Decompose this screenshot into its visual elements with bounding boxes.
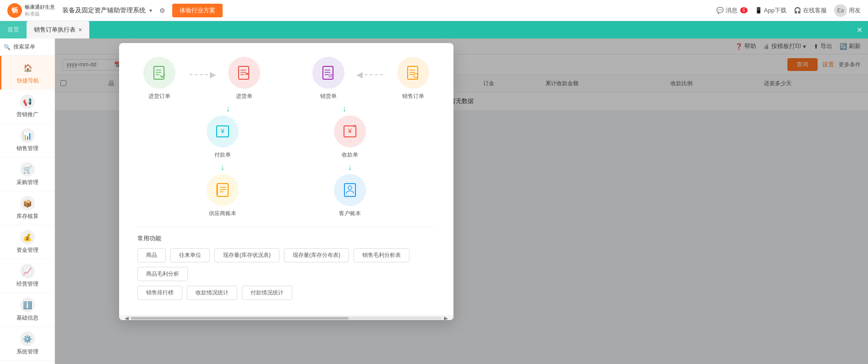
scrollbar-track[interactable] — [131, 317, 442, 320]
finance-icon: 💰 — [20, 230, 35, 244]
flow-supplier-ledger[interactable]: 供应商账本 — [207, 174, 239, 217]
svg-rect-17 — [414, 74, 418, 77]
tab-home[interactable]: 首页 — [0, 21, 27, 38]
flow-sales-receipt[interactable]: 销货单 — [312, 57, 344, 100]
sidebar-item-quick-nav[interactable]: 🏠 快捷导航 — [0, 56, 55, 90]
logo-area: 畅 畅康通好生意 标准版 — [7, 3, 62, 18]
system-icon: ⚙️ — [20, 331, 35, 346]
func-btn-receipt-stats[interactable]: 收款情况统计 — [187, 286, 237, 300]
svg-rect-23 — [217, 184, 228, 196]
flow-receipt-doc[interactable]: ¥ 收款单 — [334, 115, 366, 159]
func-btn-product-gross[interactable]: 商品毛利分析 — [137, 267, 188, 281]
phone-icon: 📱 — [755, 7, 762, 14]
sidebar-item-purchase[interactable]: 🛒 采购管理 — [0, 158, 55, 191]
logo-icon: 畅 — [7, 3, 22, 18]
experience-btn[interactable]: 体验行业方案 — [172, 4, 223, 17]
user-action[interactable]: Ea 用友 — [834, 4, 861, 17]
tab-sales-order-execution[interactable]: 销售订单执行表 × — [27, 21, 89, 38]
flow-purchase-receipt[interactable]: 进货单 — [228, 57, 260, 100]
message-action[interactable]: 💬 消息 6 — [716, 6, 748, 15]
common-functions: 常用功能 商品 往来单位 现存量(库存状况表) 现存量(库存分布表) 销售毛利分… — [137, 227, 435, 300]
func-btn-sales-gross[interactable]: 销售毛利分析表 — [354, 248, 409, 262]
purchase-order-circle — [143, 57, 175, 89]
sidebar-item-finance[interactable]: 💰 资金管理 — [0, 225, 55, 259]
purchase-receipt-icon — [236, 65, 252, 81]
func-btn-sales-rank[interactable]: 销售排行榜 — [137, 286, 182, 300]
sidebar-item-cooperation[interactable]: 🤝 企业协同 — [0, 361, 55, 364]
customer-ledger-circle — [334, 174, 366, 206]
svg-rect-24 — [216, 185, 218, 195]
sales-receipt-circle — [312, 57, 344, 89]
system-title: 装备及固定资产辅助管理系统 ▾ ⚙ 体验行业方案 — [62, 4, 716, 17]
arrow-sales-order-to-receipt — [365, 74, 383, 75]
sidebar-item-system[interactable]: ⚙️ 系统管理 — [0, 327, 55, 361]
flow-arrows-down: ↓ ↓ — [137, 104, 435, 114]
flow-payment-doc[interactable]: ¥ 付款单 — [207, 115, 239, 159]
modal-inner: 进货订单 ▶ — [119, 43, 453, 315]
top-header: 畅 畅康通好生意 标准版 装备及固定资产辅助管理系统 ▾ ⚙ 体验行业方案 💬 … — [0, 0, 868, 21]
func-btn-stock-dist[interactable]: 现存量(库存分布表) — [284, 248, 349, 262]
flow-customer-ledger[interactable]: 客户账本 — [334, 174, 366, 217]
content-area: ❓ 帮助 🖨 按模板打印 ▾ ⬆ 导出 🔄 刷新 📅 — [55, 38, 868, 364]
func-buttons-row1: 商品 往来单位 现存量(库存状况表) 现存量(库存分布表) 销售毛利分析表 商品… — [137, 248, 435, 281]
svg-rect-12 — [328, 74, 333, 77]
func-btn-partner[interactable]: 往来单位 — [170, 248, 210, 262]
avatar: Ea — [834, 4, 847, 17]
sales-icon: 📊 — [20, 128, 35, 143]
flow-purchase-order[interactable]: 进货订单 — [143, 57, 175, 100]
tab-close-icon[interactable]: × — [78, 26, 82, 33]
sidebar-item-marketing[interactable]: 📢 营销推广 — [0, 90, 55, 124]
supplier-ledger-circle — [207, 174, 239, 206]
func-btn-payment-stats[interactable]: 付款情况统计 — [242, 286, 292, 300]
tab-bar-close-icon[interactable]: ✕ — [857, 26, 863, 34]
search-icon: 🔍 — [4, 44, 11, 50]
sidebar-item-basic[interactable]: ℹ️ 基础信息 — [0, 293, 55, 327]
payment-doc-circle: ¥ — [207, 115, 239, 147]
func-btn-stock-status[interactable]: 现存量(库存状况表) — [214, 248, 279, 262]
search-menu[interactable]: 🔍 搜索菜单 — [0, 38, 55, 56]
common-functions-title: 常用功能 — [137, 234, 435, 243]
payment-doc-icon: ¥ — [214, 123, 231, 140]
header-right: 💬 消息 6 📱 App下载 🎧 在线客服 Ea 用友 — [716, 4, 861, 17]
scroll-left-arrow[interactable]: ◀ — [123, 315, 131, 321]
modal-scrollbar: ◀ ▶ — [119, 315, 453, 320]
quick-nav-icon: 🏠 — [21, 60, 35, 75]
arrow-purchase-to-receipt — [190, 74, 208, 75]
down-arrow-receipt: ↓ — [334, 163, 366, 172]
sidebar-item-sales[interactable]: 📊 销售管理 — [0, 124, 55, 158]
down-arrow-sales: ↓ — [328, 104, 360, 114]
app-download-action[interactable]: 📱 App下载 — [755, 6, 786, 15]
svg-point-29 — [348, 186, 352, 190]
sales-order-icon — [405, 65, 421, 81]
receipt-doc-icon: ¥ — [342, 123, 358, 140]
headset-icon: 🎧 — [794, 7, 801, 14]
purchase-order-icon — [151, 65, 168, 81]
modal-overlay: 进货订单 ▶ — [55, 38, 868, 364]
arrow-right-icon-1: ▶ — [210, 70, 216, 80]
sidebar-item-operation[interactable]: 📈 经营管理 — [0, 259, 55, 293]
online-service-action[interactable]: 🎧 在线客服 — [794, 6, 827, 15]
flow-row-3: 供应商账本 — [137, 174, 435, 217]
sidebar-item-inventory[interactable]: 📦 库存核算 — [0, 191, 55, 225]
purchase-icon: 🛒 — [20, 162, 35, 177]
down-arrow-purchase: ↓ — [212, 104, 244, 114]
settings-icon[interactable]: ⚙ — [156, 4, 169, 17]
logo-text: 畅康通好生意 标准版 — [25, 4, 55, 17]
scrollbar-thumb — [131, 317, 349, 320]
basic-icon: ℹ️ — [20, 298, 35, 312]
system-dropdown-btn[interactable]: ▾ — [149, 7, 152, 14]
message-badge: 6 — [740, 7, 748, 13]
tab-bar: 首页 销售订单执行表 × ✕ — [0, 21, 868, 38]
svg-line-22 — [354, 125, 355, 127]
flow-sales-order[interactable]: 销售订单 — [397, 57, 429, 100]
sales-order-circle — [397, 57, 429, 89]
inventory-icon: 📦 — [20, 196, 35, 211]
purchase-receipt-circle — [228, 57, 260, 89]
supplier-ledger-icon — [214, 182, 231, 198]
scroll-right-arrow[interactable]: ▶ — [442, 315, 450, 321]
sales-receipt-icon — [320, 65, 337, 81]
svg-text:¥: ¥ — [220, 127, 224, 135]
message-icon: 💬 — [716, 7, 724, 14]
func-btn-product[interactable]: 商品 — [137, 248, 166, 262]
svg-rect-28 — [344, 184, 355, 196]
